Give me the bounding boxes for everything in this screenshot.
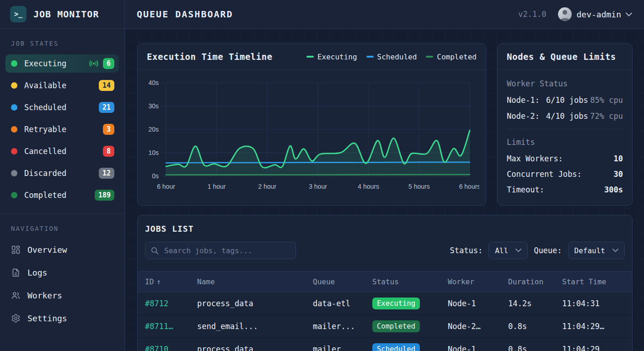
completed-state-dot: [11, 192, 17, 198]
retryable-state-dot: [11, 126, 17, 133]
legend-item-scheduled[interactable]: Scheduled: [366, 53, 417, 61]
job-id-link[interactable]: #8711…: [145, 322, 197, 331]
job-id-link[interactable]: #8712: [145, 299, 197, 308]
job-id-link[interactable]: #8710: [145, 345, 197, 351]
job-name: process_data: [197, 299, 313, 308]
column-header-status[interactable]: Status: [372, 277, 448, 286]
sidebar-item-cancelled[interactable]: Cancelled 8: [5, 142, 119, 160]
available-count-badge: 14: [99, 80, 114, 91]
username: dev-admin: [576, 10, 621, 19]
limit-row: Max Workers: 10: [507, 154, 623, 163]
completed-legend-swatch: [426, 56, 433, 58]
legend-item-executing[interactable]: Executing: [306, 53, 357, 61]
job-worker: Node-2…: [448, 322, 508, 331]
status-filter-label: Status:: [450, 246, 483, 255]
legend-item-completed[interactable]: Completed: [426, 53, 477, 61]
job-name: process_data: [197, 345, 313, 351]
sidebar-item-retryable[interactable]: Retryable 3: [5, 120, 119, 138]
sidebar-item-available[interactable]: Available 14: [5, 76, 119, 95]
nav-label: Overview: [27, 245, 67, 255]
column-header-queue[interactable]: Queue: [313, 277, 372, 286]
user-menu[interactable]: dev-admin: [558, 7, 632, 21]
jobs-list-title: JOBS LIST: [138, 215, 632, 234]
live-signal-icon: [88, 60, 99, 67]
column-header-id[interactable]: ID↑: [145, 277, 197, 286]
svg-text:20s: 20s: [148, 126, 159, 133]
chevron-down-icon: [612, 249, 618, 252]
limit-value: 10: [614, 154, 623, 163]
table-row[interactable]: #8712 process_data data-etl Executing No…: [138, 292, 632, 315]
job-worker: Node-1: [448, 299, 508, 308]
job-start-time: 11:04:29…: [562, 322, 625, 331]
sort-ascending-icon: ↑: [156, 277, 161, 286]
state-label: Executing: [24, 59, 88, 68]
status-filter-select[interactable]: All: [488, 242, 528, 259]
limit-label: Max Workers:: [507, 154, 563, 163]
column-header-name[interactable]: Name: [197, 277, 313, 286]
app-title: JOB MONITOR: [33, 9, 99, 20]
queue-filter-select[interactable]: Default: [568, 242, 625, 259]
chevron-down-icon: [626, 12, 632, 16]
retryable-count-badge: 3: [103, 124, 114, 135]
job-worker: Node-1: [448, 345, 508, 351]
svg-text:6 hours: 6 hours: [459, 183, 479, 190]
nodes-panel-title: Nodes & Queue Limits: [507, 52, 616, 62]
jobs-list-panel: JOBS LIST Status: All Queue: Default: [137, 215, 633, 351]
job-queue: mailer: [313, 345, 372, 351]
avatar: [558, 7, 572, 21]
terminal-logo-icon: >_: [10, 6, 27, 22]
topbar-right: v2.1.0 dev-admin: [518, 7, 632, 21]
limit-label: Concurrent Jobs:: [507, 170, 582, 179]
panel-divider: [507, 129, 623, 129]
sidebar-item-discarded[interactable]: Discarded 12: [5, 164, 119, 182]
sidebar-item-executing[interactable]: Executing 6: [5, 54, 119, 73]
sidebar-item-completed[interactable]: Completed 189: [5, 186, 119, 204]
svg-text:30s: 30s: [148, 102, 159, 110]
job-duration: 14.2s: [508, 299, 562, 308]
navigation-section-label: NAVIGATION: [11, 225, 113, 232]
sidebar-item-logs[interactable]: Logs: [5, 262, 119, 282]
limit-value: 30: [614, 170, 623, 179]
state-label: Cancelled: [24, 147, 103, 156]
timeline-chart: 6 hour1 hour2 hour3 hour4 hours5 hours6 …: [143, 74, 479, 202]
limit-label: Timeout:: [507, 185, 544, 194]
node-jobs: 6/10 jobs: [546, 96, 588, 105]
main-content: Execution Time Timeline Executing Schedu…: [125, 29, 644, 351]
job-queue: mailer...: [313, 322, 372, 331]
cancelled-state-dot: [11, 148, 17, 154]
node-status-row: Node-2: 4/10 jobs 72% cpu: [507, 112, 623, 121]
status-filter-value: All: [495, 246, 508, 255]
column-header-start-time[interactable]: Start Time: [562, 277, 625, 286]
status-badge: Scheduled: [372, 343, 420, 351]
limit-row: Concurrent Jobs: 30: [507, 170, 623, 179]
sidebar-item-scheduled[interactable]: Scheduled 21: [5, 98, 119, 117]
svg-text:40s: 40s: [148, 79, 159, 86]
job-name: send_email...: [197, 322, 313, 331]
sidebar-item-settings[interactable]: Settings: [5, 308, 119, 328]
search-input[interactable]: [163, 246, 290, 255]
sidebar-item-overview[interactable]: Overview: [5, 239, 119, 260]
job-duration: 0.8s: [508, 345, 562, 351]
state-label: Scheduled: [24, 103, 99, 112]
svg-text:3 hour: 3 hour: [309, 183, 327, 190]
node-name: Node-2:: [507, 112, 540, 121]
discarded-state-dot: [11, 170, 17, 176]
queue-filter-value: Default: [574, 246, 605, 255]
column-header-worker[interactable]: Worker: [448, 277, 508, 286]
job-states-section-label: JOB STATES: [11, 40, 113, 47]
brand-area: >_ JOB MONITOR: [0, 0, 125, 29]
available-state-dot: [11, 82, 17, 89]
legend-label: Completed: [437, 53, 477, 61]
node-cpu: 72% cpu: [590, 112, 623, 121]
topbar: QUEUE DASHBOARD v2.1.0 dev-admin: [125, 0, 644, 29]
limit-row: Timeout: 300s: [507, 185, 623, 194]
overview-grid-icon: [11, 245, 21, 255]
table-row[interactable]: #8711… send_email... mailer... Completed…: [138, 315, 632, 338]
executing-legend-swatch: [306, 56, 314, 58]
svg-text:1 hour: 1 hour: [208, 183, 226, 190]
limit-value: 300s: [604, 185, 623, 194]
job-start-time: 11:04:29: [562, 345, 625, 351]
sidebar-item-workers[interactable]: Workers: [5, 285, 119, 305]
table-row[interactable]: #8710 process_data mailer Scheduled Node…: [138, 338, 632, 351]
column-header-duration[interactable]: Duration: [508, 277, 562, 286]
